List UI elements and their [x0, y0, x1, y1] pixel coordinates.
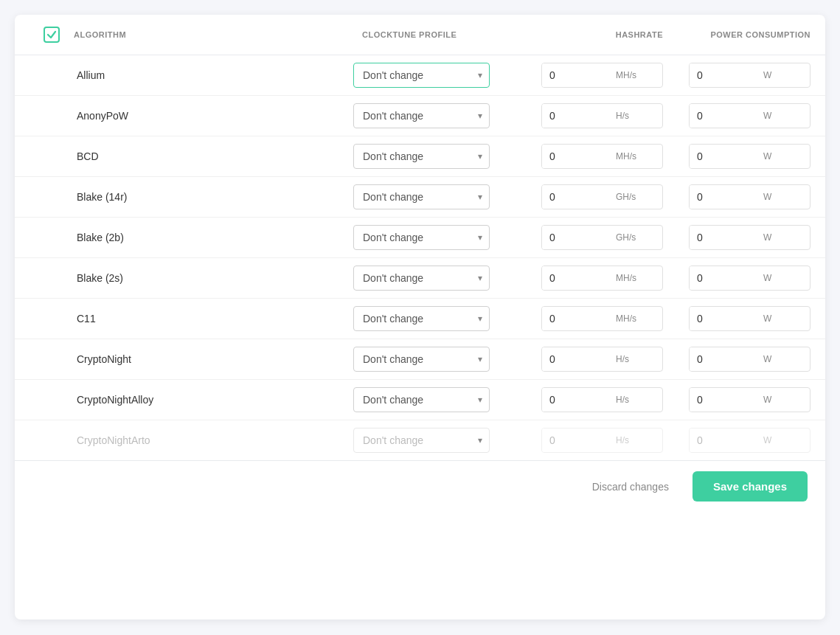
power-input[interactable] [690, 428, 763, 452]
profile-select[interactable]: Don't change [353, 306, 490, 331]
power-field-col: W [663, 63, 811, 88]
power-input[interactable] [690, 63, 763, 87]
power-field-wrapper: W [689, 144, 811, 169]
power-input[interactable] [690, 388, 763, 412]
hashrate-field-col: H/s [516, 347, 663, 372]
profile-select-wrapper: Don't change ▾ [353, 144, 516, 169]
power-field-col: W [663, 347, 811, 372]
profile-select-wrapper: Don't change ▾ [353, 225, 516, 250]
hashrate-field-col: H/s [516, 103, 663, 128]
profile-select[interactable]: Don't change [353, 428, 490, 453]
hashrate-field-wrapper: H/s [541, 347, 663, 372]
profile-select-wrapper: Don't change ▾ [353, 103, 516, 128]
power-field-col: W [663, 266, 811, 291]
profile-select[interactable]: Don't change [353, 347, 490, 372]
hashrate-field-wrapper: MH/s [541, 306, 663, 331]
power-unit: W [763, 348, 779, 370]
select-container: Don't change ▾ [353, 63, 490, 88]
power-input[interactable] [690, 145, 763, 168]
col-hashrate-header: HASHRATE [516, 30, 663, 39]
power-input[interactable] [690, 307, 763, 330]
power-unit: W [763, 145, 779, 167]
hashrate-field-wrapper: H/s [541, 428, 663, 453]
profile-select[interactable]: Don't change [353, 103, 490, 128]
power-field-wrapper: W [689, 347, 811, 372]
table-row: Blake (2s) Don't change ▾ MH/s [15, 258, 825, 299]
discard-button[interactable]: Discard changes [580, 473, 681, 500]
power-unit: W [763, 64, 779, 86]
hashrate-field-wrapper: MH/s [541, 266, 663, 291]
power-field-wrapper: W [689, 306, 811, 331]
hashrate-field-col: MH/s [516, 266, 663, 291]
profile-select-wrapper: Don't change ▾ [353, 184, 516, 209]
hashrate-input[interactable] [542, 307, 616, 330]
power-unit: W [763, 308, 779, 330]
select-all-checkbox[interactable] [29, 27, 74, 43]
power-unit: W [763, 267, 779, 289]
power-field-col: W [663, 387, 811, 412]
hashrate-unit: MH/s [616, 267, 644, 289]
hashrate-input[interactable] [542, 347, 616, 371]
checkbox-icon [44, 27, 60, 43]
col-power-header: POWER CONSUMPTION [663, 30, 811, 39]
hashrate-input[interactable] [542, 226, 616, 249]
algo-name: Blake (2s) [74, 271, 353, 285]
power-input[interactable] [690, 185, 763, 209]
select-container: Don't change ▾ [353, 347, 490, 372]
power-unit: W [763, 186, 779, 208]
hashrate-input[interactable] [542, 104, 616, 128]
hashrate-field-col: MH/s [516, 144, 663, 169]
profile-select[interactable]: Don't change [353, 184, 490, 209]
table-row: CryptoNightAlloy Don't change ▾ H/s [15, 380, 825, 420]
hashrate-input[interactable] [542, 266, 616, 290]
power-unit: W [763, 226, 779, 249]
hashrate-field-wrapper: H/s [541, 103, 663, 128]
select-container: Don't change ▾ [353, 306, 490, 331]
table-body: Allium Don't change ▾ MH/s [15, 55, 825, 460]
hashrate-field-col: GH/s [516, 225, 663, 250]
table-row: Blake (2b) Don't change ▾ GH/s [15, 218, 825, 258]
select-container: Don't change ▾ [353, 428, 490, 453]
power-field-col: W [663, 103, 811, 128]
algo-name: CryptoNight [74, 353, 353, 366]
hashrate-unit: H/s [616, 429, 636, 451]
profile-select[interactable]: Don't change [353, 63, 490, 88]
profile-select[interactable]: Don't change [353, 387, 490, 412]
hashrate-field-wrapper: MH/s [541, 63, 663, 88]
hashrate-input[interactable] [542, 63, 616, 87]
hashrate-input[interactable] [542, 388, 616, 412]
power-unit: W [763, 389, 779, 411]
power-field-wrapper: W [689, 63, 811, 88]
hashrate-unit: MH/s [616, 308, 644, 330]
power-field-wrapper: W [689, 225, 811, 250]
hashrate-field-wrapper: GH/s [541, 225, 663, 250]
save-button[interactable]: Save changes [693, 471, 808, 502]
power-field-col: W [663, 306, 811, 331]
hashrate-unit: GH/s [616, 186, 643, 208]
select-container: Don't change ▾ [353, 144, 490, 169]
power-field-col: W [663, 225, 811, 250]
select-container: Don't change ▾ [353, 387, 490, 412]
power-field-col: W [663, 428, 811, 453]
algo-name: AnonyPoW [74, 109, 353, 122]
hashrate-input[interactable] [542, 145, 616, 168]
profile-select-wrapper: Don't change ▾ [353, 347, 516, 372]
hashrate-input[interactable] [542, 428, 616, 452]
algo-name: Blake (14r) [74, 190, 353, 204]
power-input[interactable] [690, 347, 763, 371]
power-input[interactable] [690, 104, 763, 128]
profile-select[interactable]: Don't change [353, 225, 490, 250]
power-input[interactable] [690, 266, 763, 290]
hashrate-field-col: H/s [516, 387, 663, 412]
hashrate-field-col: GH/s [516, 184, 663, 209]
power-unit: W [763, 105, 779, 127]
hashrate-input[interactable] [542, 185, 616, 209]
algo-name: CryptoNightAlloy [74, 393, 353, 406]
profile-select[interactable]: Don't change [353, 266, 490, 291]
hashrate-field-col: MH/s [516, 306, 663, 331]
power-input[interactable] [690, 226, 763, 249]
profile-select[interactable]: Don't change [353, 144, 490, 169]
select-container: Don't change ▾ [353, 266, 490, 291]
algo-name: CryptoNightArto [74, 434, 353, 447]
table-header: ALGORITHM CLOCKTUNE PROFILE HASHRATE POW… [15, 15, 825, 55]
